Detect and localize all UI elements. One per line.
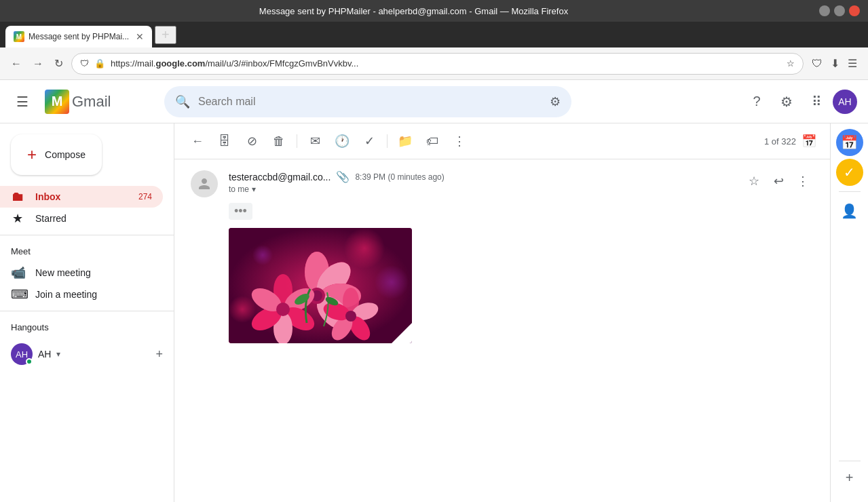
sidebar-item-starred[interactable]: ★ Starred xyxy=(0,208,163,229)
mark-read-button[interactable]: ✉ xyxy=(303,129,327,153)
back-to-inbox-button[interactable]: ← xyxy=(185,129,210,153)
hangouts-avatar: AH xyxy=(11,343,33,365)
browser-titlebar: Message sent by PHPMailer - ahelperbd@gm… xyxy=(0,0,868,22)
close-button[interactable] xyxy=(849,5,860,16)
settings-button[interactable]: ⚙ xyxy=(773,88,800,115)
hangouts-username: AH xyxy=(38,349,51,360)
starred-label: Starred xyxy=(35,213,152,224)
shield-nav-icon[interactable]: 🛡 xyxy=(809,54,825,73)
gmail-logo: M Gmail xyxy=(45,90,153,114)
security-icon: 🛡 xyxy=(80,58,89,69)
more-email-options-button[interactable]: ⋮ xyxy=(792,170,814,192)
email-image-container xyxy=(229,228,814,343)
svg-point-3 xyxy=(229,296,256,323)
to-label: to me xyxy=(229,185,249,194)
active-tab[interactable]: M Message sent by PHPMai... ✕ xyxy=(5,26,152,47)
hangouts-add-button[interactable]: + xyxy=(155,347,163,362)
svg-point-4 xyxy=(252,245,273,265)
search-input[interactable] xyxy=(198,96,542,108)
gmail-logo-icon: M xyxy=(45,90,69,114)
more-actions-button[interactable]: ⋮ xyxy=(447,129,472,153)
minimize-button[interactable] xyxy=(819,5,830,16)
sidebar: + Compose 🖿 Inbox 274 ★ Starred Meet 📹 N… xyxy=(0,123,174,502)
account-avatar[interactable]: AH xyxy=(833,90,857,114)
sender-avatar xyxy=(191,170,218,197)
email-body: ••• xyxy=(191,203,814,343)
compose-label: Compose xyxy=(45,149,86,160)
compose-button[interactable]: + Compose xyxy=(11,134,102,175)
right-panel-bottom-divider xyxy=(839,461,861,461)
to-dropdown-icon[interactable]: ▾ xyxy=(252,185,256,194)
add-task-button[interactable]: ✓ xyxy=(357,129,381,153)
starred-icon: ★ xyxy=(11,211,24,226)
email-header-row: testeraccbd@gmail.co... 📎 8:39 PM (0 min… xyxy=(191,170,814,197)
maximize-button[interactable] xyxy=(834,5,845,16)
inbox-count: 274 xyxy=(138,192,152,201)
label-button[interactable]: 🏷 xyxy=(420,129,445,153)
email-actions: ☆ ↩ ⋮ xyxy=(743,170,814,192)
online-indicator xyxy=(26,358,33,365)
tasks-panel-button[interactable]: ✓ xyxy=(836,159,863,186)
calendar-sidebar-button[interactable]: 📅 xyxy=(799,131,819,151)
reload-button[interactable]: ↻ xyxy=(52,54,66,73)
header-actions: ? ⚙ ⠿ AH xyxy=(743,88,857,115)
archive-button[interactable]: 🗄 xyxy=(212,129,237,153)
new-tab-button[interactable]: + xyxy=(155,26,176,44)
snooze-button[interactable]: 🕐 xyxy=(330,129,354,153)
hangouts-user-row[interactable]: AH AH ▾ + xyxy=(0,338,174,370)
email-time: 8:39 PM (0 minutes ago) xyxy=(355,172,444,182)
inbox-label: Inbox xyxy=(35,191,128,202)
video-icon: 📹 xyxy=(11,265,24,280)
window-controls xyxy=(819,5,860,16)
main-layout: + Compose 🖿 Inbox 274 ★ Starred Meet 📹 N… xyxy=(0,123,868,502)
expand-trimmed-button[interactable]: ••• xyxy=(229,203,252,220)
inbox-icon: 🖿 xyxy=(11,190,24,204)
gmail-logo-text: Gmail xyxy=(72,93,111,111)
move-to-button[interactable]: 📁 xyxy=(393,129,417,153)
content-panel: ← 🗄 ⊘ 🗑 ✉ 🕐 ✓ 📁 🏷 ⋮ 1 of 322 📅 xyxy=(174,123,830,502)
browser-tabbar: M Message sent by PHPMai... ✕ + xyxy=(0,22,868,47)
email-sender: testeraccbd@gmail.co... xyxy=(229,172,331,182)
sidebar-item-new-meeting[interactable]: 📹 New meeting xyxy=(0,262,163,284)
download-nav-icon[interactable]: ⬇ xyxy=(828,54,842,73)
hangouts-dropdown-icon[interactable]: ▾ xyxy=(56,349,60,359)
sidebar-item-join-meeting[interactable]: ⌨ Join a meeting xyxy=(0,284,163,305)
sidebar-item-inbox[interactable]: 🖿 Inbox 274 xyxy=(0,186,163,208)
browser-navbar: ← → ↻ 🛡 🔒 https://mail.google.com/mail/u… xyxy=(0,47,868,80)
sidebar-divider-2 xyxy=(0,311,174,311)
bookmark-icon[interactable]: ☆ xyxy=(787,58,795,69)
lock-icon: 🔒 xyxy=(94,58,105,69)
back-button[interactable]: ← xyxy=(8,55,24,73)
tab-close-button[interactable]: ✕ xyxy=(136,31,144,42)
search-icon: 🔍 xyxy=(175,94,190,109)
hamburger-menu-button[interactable]: ☰ xyxy=(11,88,34,115)
app-container: ☰ M Gmail 🔍 ⚙ ? ⚙ ⠿ AH + Compose 🖿 Inbo xyxy=(0,80,868,502)
svg-point-2 xyxy=(375,265,409,299)
meet-section-title: Meet xyxy=(0,241,174,262)
spam-button[interactable]: ⊘ xyxy=(240,129,264,153)
contacts-panel-button[interactable]: 👤 xyxy=(836,197,863,225)
forward-button[interactable]: → xyxy=(30,55,46,73)
new-meeting-label: New meeting xyxy=(35,267,152,278)
url-text: https://mail.google.com/mail/u/3/#inbox/… xyxy=(111,58,781,69)
add-panel-button[interactable]: + xyxy=(836,464,863,491)
delete-button[interactable]: 🗑 xyxy=(267,129,291,153)
calendar-panel-button[interactable]: 📅 xyxy=(836,129,863,156)
menu-nav-icon[interactable]: ☰ xyxy=(845,54,860,73)
reply-email-button[interactable]: ↩ xyxy=(768,170,789,192)
compose-plus-icon: + xyxy=(27,145,37,164)
search-filter-button[interactable]: ⚙ xyxy=(550,94,561,109)
address-bar[interactable]: 🛡 🔒 https://mail.google.com/mail/u/3/#in… xyxy=(71,53,804,75)
keyboard-icon: ⌨ xyxy=(11,287,24,302)
sidebar-divider-1 xyxy=(0,235,174,235)
titlebar-title: Message sent by PHPMailer - ahelperbd@gm… xyxy=(8,6,819,16)
attachment-icon: 📎 xyxy=(336,170,350,183)
help-button[interactable]: ? xyxy=(743,88,770,115)
right-panel: 📅 ✓ 👤 + xyxy=(830,123,868,502)
email-sender-row: testeraccbd@gmail.co... 📎 8:39 PM (0 min… xyxy=(229,170,732,183)
search-bar[interactable]: 🔍 ⚙ xyxy=(164,86,571,117)
email-view: testeraccbd@gmail.co... 📎 8:39 PM (0 min… xyxy=(174,159,830,502)
apps-button[interactable]: ⠿ xyxy=(803,88,830,115)
right-panel-divider xyxy=(839,191,861,192)
star-email-button[interactable]: ☆ xyxy=(743,170,765,192)
